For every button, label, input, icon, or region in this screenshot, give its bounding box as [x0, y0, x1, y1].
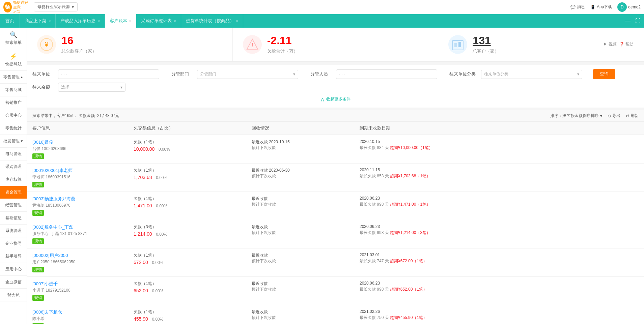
overdue-days: 最长欠款 884 天: [360, 145, 389, 150]
maximize-icon[interactable]: ⛶: [634, 18, 642, 24]
debt-info-cell: 欠款（1笔） 1,471.00 0.00%: [134, 196, 252, 208]
tab-close-icon[interactable]: ×: [174, 19, 176, 23]
sidebar-item-basic-info[interactable]: 基础信息: [0, 212, 27, 225]
svg-rect-5: [454, 43, 457, 47]
balance-label: 往来余额: [32, 84, 53, 90]
minimize-icon[interactable]: —: [624, 18, 632, 24]
sidebar-item-finance[interactable]: 资金管理: [0, 186, 27, 199]
overdue-amount[interactable]: 超期¥672.00（1笔）: [390, 259, 427, 263]
col-debt-info: 欠交易信息（占比）: [134, 125, 252, 131]
balance-select[interactable]: 选择... ▾: [58, 83, 125, 92]
debt-amount: 10,000.00: [134, 146, 155, 152]
sidebar-item-newbie[interactable]: 新手引导: [0, 250, 27, 263]
overdue-date: 2020.06.23: [360, 281, 639, 286]
overdue-days: 最长欠款 853 天: [360, 174, 389, 178]
debt-ratio: 0.00%: [152, 317, 163, 322]
customer-info-cell: [0003]畅捷服务尹海蕊 尹海蕊 18513066976 现销: [32, 196, 134, 216]
customer-name[interactable]: [0016]吕俊: [32, 139, 134, 145]
sidebar-item-purchase-mgmt[interactable]: 采购管理: [0, 160, 27, 173]
sidebar-item-retail-stats[interactable]: 零售统计: [0, 122, 27, 135]
debt-ratio: 0.00%: [159, 147, 170, 152]
sidebar-item-enterprise-wechat[interactable]: 企业微信: [0, 276, 27, 289]
sidebar-item-ecommerce[interactable]: 电商管理: [0, 148, 27, 160]
customer-name[interactable]: [000002]用户2050: [32, 253, 134, 259]
lightning-icon: ⚡: [10, 53, 17, 60]
dept-select[interactable]: 分管部门 ▾: [197, 70, 298, 79]
overdue-cell: 2020.10.15 最长欠款 884 天 超期¥10,000.00（1笔）: [360, 139, 639, 151]
chevron-down-icon: ▾: [293, 72, 295, 77]
tab-product-status[interactable]: 商品上下架 ×: [20, 14, 56, 28]
customer-name[interactable]: [0006]去下粮仓: [32, 309, 134, 315]
sidebar-item-operations[interactable]: 经营管理: [0, 199, 27, 212]
customer-contact: 李老师 18600391516: [32, 174, 134, 180]
overdue-amount[interactable]: 超期¥455.90（1笔）: [390, 315, 427, 320]
refresh-button[interactable]: ↺ 刷新: [626, 113, 639, 119]
customer-name[interactable]: [0007]小进千: [32, 281, 134, 287]
sort-button[interactable]: 排序：按欠款金额倒序排序 ▾: [550, 113, 602, 119]
help-icon: ❓: [619, 42, 624, 47]
debt-amount: 1,471.00: [134, 203, 152, 208]
stat-label-debt-total: 欠款合计（万）: [267, 48, 298, 54]
latest-date: 最近收款 2020-06-30: [252, 168, 360, 173]
customer-name[interactable]: [0003]畅捷服务尹海蕊: [32, 196, 134, 202]
vendor-input[interactable]: ···: [58, 69, 159, 79]
sidebar-item-inventory[interactable]: 库存核算: [0, 173, 27, 186]
query-button[interactable]: 查询: [593, 69, 615, 79]
overdue-amount[interactable]: 超期¥1,703.68（1笔）: [390, 174, 430, 178]
overdue-days: 最长欠款 750 天: [360, 315, 389, 320]
overdue-amount[interactable]: 超期¥1,214.00（3笔）: [390, 230, 430, 235]
customer-info-cell: [0002]服务中心_丁磊 服务中心_丁磊 181 0125 8371 现销: [32, 224, 134, 244]
tab-close-icon[interactable]: ×: [49, 19, 51, 23]
industry-selector[interactable]: 母婴行业演示账套 ▾: [34, 2, 78, 11]
sidebar-item-app-center[interactable]: 应用中心: [0, 263, 27, 276]
help-label[interactable]: ❓ 帮助: [619, 41, 634, 47]
tab-purchase-stats[interactable]: 进货单统计表（按商品） ×: [181, 14, 243, 28]
stat-label-debt-customers: 总欠款客户（家）: [61, 48, 96, 54]
sidebar-item-marketing[interactable]: 营销推广: [0, 96, 27, 109]
sidebar-item-member-center[interactable]: 会员中心: [0, 109, 27, 122]
tab-close-icon[interactable]: ×: [129, 19, 131, 23]
category-select[interactable]: 往来单位分类 ▾: [481, 70, 582, 79]
customer-contact: 服务中心_丁磊 181 0125 8371: [32, 231, 134, 237]
sidebar-item-system[interactable]: 系统管理: [0, 225, 27, 237]
sidebar-item-search-menu[interactable]: 🔍 搜索菜单: [0, 28, 27, 49]
export-button[interactable]: ⊙ 导出: [608, 113, 620, 119]
filter-row-2: 往来余额 选择... ▾: [32, 83, 639, 92]
app-download-btn[interactable]: 📱 App下载: [590, 4, 612, 10]
filter-area: 往来单位 ··· 分管部门 分管部门 ▾ 分管人员 ··· 往来单位分类 往来单…: [27, 65, 644, 108]
overdue-amount[interactable]: 超期¥10,000.00（1笔）: [390, 145, 433, 150]
message-btn[interactable]: 💬 消息: [570, 4, 585, 10]
person-dots: ···: [339, 71, 345, 77]
tab-home[interactable]: 首页: [0, 14, 20, 28]
debt-ratio: 0.00%: [156, 204, 167, 208]
latest-date: 最近收款: [252, 253, 360, 258]
sidebar-item-retail-store[interactable]: 零售商城: [0, 84, 27, 96]
logo-text: 畅捷通好生意 示范: [13, 0, 30, 13]
overdue-date: 2020.11.15: [360, 168, 639, 172]
tab-customer-account[interactable]: 客户账本 ×: [105, 14, 136, 28]
video-label[interactable]: ▶ 视频: [603, 41, 616, 47]
debt-info-cell: 欠款（1笔） 455.90 0.00%: [134, 309, 252, 322]
tab-close-icon[interactable]: ×: [236, 19, 238, 23]
person-input[interactable]: ···: [336, 69, 437, 79]
tab-close-icon[interactable]: ×: [97, 19, 100, 23]
debt-amount: 455.90: [134, 316, 148, 322]
tab-product-history[interactable]: 产成品入库单历史 ×: [56, 14, 105, 28]
chevron-down-icon: ▾: [120, 85, 122, 90]
sidebar-item-quick-nav[interactable]: ⚡ 快捷导航: [0, 49, 27, 71]
collapse-row[interactable]: ⋀ 收起更多条件: [32, 95, 639, 104]
customer-name[interactable]: [0002]服务中心_丁磊: [32, 224, 134, 230]
next-collection: 预计下次收款: [252, 287, 360, 292]
sidebar-item-vip-member[interactable]: 畅会员: [0, 289, 27, 301]
sidebar-item-batch-mgmt[interactable]: 批发管理 ▼: [0, 135, 27, 148]
user-avatar-btn[interactable]: D demo2: [617, 2, 641, 12]
search-icon: 🔍: [10, 31, 17, 38]
sidebar-item-retail-mgmt[interactable]: 零售管理 ▲: [0, 71, 27, 84]
sidebar-item-enterprise[interactable]: 企业协同: [0, 237, 27, 250]
tab-purchase-order[interactable]: 采购订单统计表 ×: [136, 14, 181, 28]
customer-name[interactable]: [0001020001]李老师: [32, 168, 134, 174]
overdue-amount[interactable]: 超期¥652.00（1笔）: [390, 287, 427, 292]
overdue-amount[interactable]: 超期¥1,471.00（1笔）: [390, 202, 430, 207]
customer-tag: 现销: [32, 295, 44, 301]
refresh-icon: ↺: [626, 114, 629, 118]
